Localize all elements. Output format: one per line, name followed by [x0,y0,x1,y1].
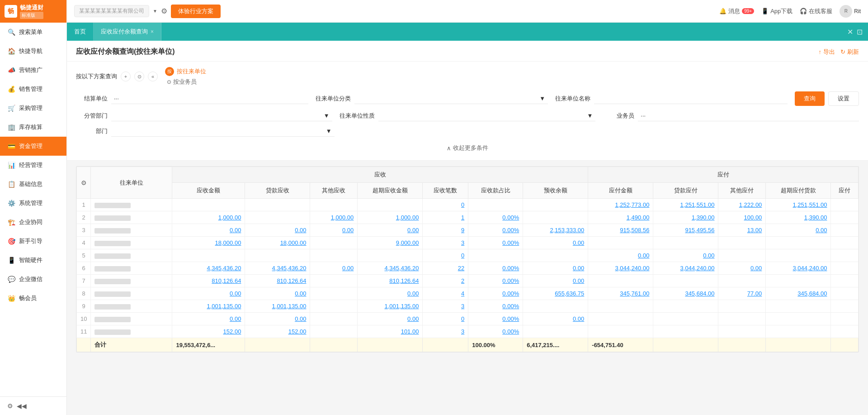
department-select[interactable]: ▼ [111,126,335,137]
settings-icon[interactable]: ⚙ [161,7,167,15]
unit-nature-select[interactable]: ▼ [378,110,596,121]
row-number: 9 [77,300,91,313]
other-payable [718,313,766,325]
col-overdue-payable: 超期应付货款 [766,183,831,199]
logo-badge: 标准版 [20,12,43,19]
tab-home[interactable]: 首页 [67,23,94,41]
company-dropdown-icon[interactable]: ▼ [153,9,157,14]
sidebar-item-search[interactable]: 🔍 搜索菜单 [0,23,66,42]
group-payable-header: 应付 [588,167,859,183]
tab-query[interactable]: 应收应付余额查询 × [94,23,161,41]
payable-loan: 3,044,240.00 [653,262,718,275]
notification-bell-icon: 🔔 [719,8,726,14]
other-payable: 100.00 [718,211,766,224]
payable-amount: 0.00 [588,249,653,262]
scheme-by-unit[interactable]: 按 按往来单位 [165,67,206,76]
sidebar-item-inventory[interactable]: 🏢 库存核算 [0,118,66,137]
collapse-icon[interactable]: ◀◀ [17,402,27,410]
footer-pay-amount: -654,751.40 [588,338,653,352]
overdue-payable: 1,251,551.00 [766,199,831,211]
overdue-payable: 0.00 [766,224,831,237]
overdue-receivable: 810,126.64 [358,275,423,287]
home-icon: 🏠 [7,48,15,55]
receivable-ratio: 0.00% [468,224,523,237]
receivable-ratio: 0.00% [468,325,523,338]
dept-manager-select[interactable]: ▼ [111,110,332,121]
search-icon: 🔍 [7,29,15,36]
payable-loan [653,300,718,313]
sidebar-item-quicknav[interactable]: 🏠 快捷导航 [0,42,66,61]
more-scheme-button[interactable]: « [148,72,158,81]
other-payable [718,300,766,313]
payable-loan: 1,390.00 [653,211,718,224]
sidebar-item-finance[interactable]: 💳 资金管理 [0,137,66,156]
purchase-icon: 🛒 [7,105,15,112]
partner-name [91,275,172,287]
sidebar-item-sales[interactable]: 💰 销售管理 [0,80,66,99]
refresh-icon: ↻ [840,48,845,55]
other-payable: 0.00 [718,262,766,275]
add-scheme-button[interactable]: + [121,72,131,81]
overdue-payable: 3,044,240.00 [766,262,831,275]
logo-text: 畅捷通财 [20,4,43,12]
partner-name [91,325,172,338]
sidebar-logo: 畅 畅捷通财 标准版 [0,0,66,23]
footer-rec-amount: 19,553,472,6... [172,338,245,352]
unit-category-select[interactable]: ▼ [354,93,548,104]
sidebar-item-basic[interactable]: 📋 基础信息 [0,175,66,194]
user-menu[interactable]: R Rit [840,5,861,18]
col-receivable-amount: 应收金额 [172,183,245,199]
sidebar-item-guide[interactable]: 🎯 新手引导 [0,232,66,251]
overdue-payable [766,249,831,262]
export-button[interactable]: ↑ 导出 [819,48,835,56]
settings-gear-icon[interactable]: ⚙ [7,402,13,410]
export-icon: ↑ [819,48,822,55]
receivable-count: 1 [423,211,468,224]
online-service-button[interactable]: 🎧 在线客服 [800,7,832,15]
industry-solution-button[interactable]: 体验行业方案 [171,5,221,18]
receivable-loan: 810,126.64 [245,275,310,287]
query-button[interactable]: 查询 [795,91,825,106]
salesperson-label: 业务员 [603,112,634,120]
app-download-button[interactable]: 📱 App下载 [761,7,793,15]
settlement-unit-input[interactable]: ··· [111,93,308,104]
tab-close-icon[interactable]: × [151,29,154,35]
overdue-payable [766,275,831,287]
footer-settings [77,338,91,352]
overdue-receivable [358,249,423,262]
col-overdue-receivable: 超期应收金额 [358,183,423,199]
sidebar: 畅 畅捷通财 标准版 🔍 搜索菜单 🏠 快捷导航 📣 营销推广 💰 销售管理 🛒… [0,0,67,415]
sidebar-item-operation[interactable]: 📊 经营管理 [0,156,66,175]
sidebar-item-hardware[interactable]: 📱 智能硬件 [0,251,66,270]
refresh-button[interactable]: ↻ 刷新 [840,48,859,56]
sidebar-item-system[interactable]: ⚙️ 系统管理 [0,194,66,213]
expand-window-icon[interactable]: ⊡ [857,28,863,36]
col-settings-header[interactable]: ⚙ [77,167,91,199]
topnav-left: 某某某某某某某某有限公司 ▼ ⚙ 体验行业方案 [74,5,714,18]
main-area: 某某某某某某某某有限公司 ▼ ⚙ 体验行业方案 🔔 消息 99+ 📱 App下载… [67,0,868,415]
finance-icon: 💳 [7,143,15,150]
settings-button[interactable]: 设置 [828,91,859,106]
sidebar-item-marketing[interactable]: 📣 营销推广 [0,61,66,80]
overdue-payable [766,313,831,325]
sidebar-item-label: 营销推广 [19,66,42,74]
notifications-button[interactable]: 🔔 消息 99+ [719,7,754,15]
unit-name-input[interactable] [594,93,788,104]
sidebar-item-label: 快捷导航 [19,47,42,55]
wechat-icon: 💬 [7,276,15,283]
basic-icon: 📋 [7,181,15,188]
salesperson-input[interactable]: ··· [638,110,859,121]
row-number: 11 [77,325,91,338]
sidebar-item-enterprise[interactable]: 🏗️ 企业协同 [0,213,66,232]
scheme-by-staff[interactable]: ⊙ 按业务员 [165,78,206,86]
sidebar-item-wechat[interactable]: 💬 企业微信 [0,270,66,289]
sidebar-item-member[interactable]: 👑 畅会员 [0,289,66,308]
collapse-button[interactable]: ∧ 收起更多条件 [76,141,859,155]
edit-scheme-button[interactable]: ⊙ [134,72,144,81]
other-receivable [310,313,358,325]
company-selector[interactable]: 某某某某某某某某有限公司 [74,5,149,17]
sidebar-item-purchase[interactable]: 🛒 采购管理 [0,99,66,118]
partner-name [91,249,172,262]
close-window-icon[interactable]: ✕ [847,28,853,36]
receivable-amount: 1,000.00 [172,211,245,224]
